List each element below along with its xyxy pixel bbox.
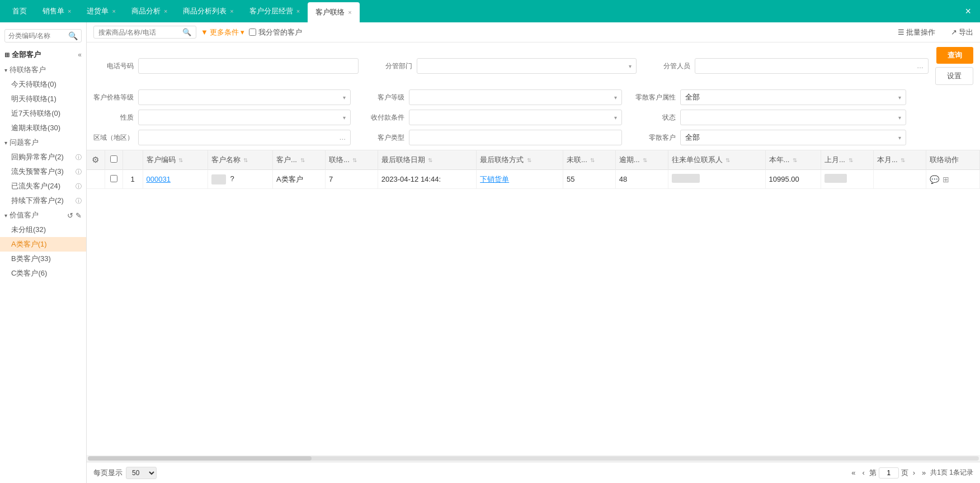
col-settings[interactable]: ⚙ bbox=[87, 150, 105, 170]
nav-tab-analysis[interactable]: 商品分析 × bbox=[124, 0, 175, 22]
close-contact-tab[interactable]: × bbox=[348, 9, 351, 16]
scrollbar-thumb[interactable] bbox=[88, 456, 312, 461]
manager-input[interactable]: … bbox=[695, 58, 929, 74]
last-month-sort-icon[interactable]: ⇅ bbox=[849, 157, 853, 163]
unit-contact-sort-icon[interactable]: ⇅ bbox=[725, 157, 730, 163]
nav-tab-sales[interactable]: 销售单 × bbox=[35, 0, 79, 22]
nav-tab-customer-contact[interactable]: 客户联络 × bbox=[308, 2, 359, 22]
last-page-btn[interactable]: » bbox=[920, 467, 928, 478]
next-page-btn[interactable]: › bbox=[911, 467, 917, 478]
col-this-year[interactable]: 本年... ⇅ bbox=[765, 150, 821, 170]
page-size-select[interactable]: 50 100 200 bbox=[126, 467, 157, 479]
sidebar-item-b-class[interactable]: B类客户(33) bbox=[0, 252, 86, 266]
phone-input[interactable] bbox=[138, 58, 359, 74]
close-analysis-list-tab[interactable]: × bbox=[230, 8, 233, 15]
sidebar-search-icon[interactable]: 🔍 bbox=[68, 31, 78, 40]
query-button[interactable]: 查询 bbox=[936, 47, 973, 64]
sidebar-item-today[interactable]: 今天待联络(0) bbox=[0, 77, 86, 92]
col-overdue[interactable]: 逾期... ⇅ bbox=[615, 150, 668, 170]
last-way-sort-icon[interactable]: ⇅ bbox=[527, 157, 531, 163]
status-select[interactable]: ▾ bbox=[680, 110, 906, 125]
retail-customer-select[interactable]: 全部▾ bbox=[680, 130, 906, 145]
my-customers-check-input[interactable] bbox=[249, 29, 256, 36]
filter-search-icon[interactable]: 🔍 bbox=[182, 28, 191, 36]
contact-sort-icon[interactable]: ⇅ bbox=[352, 157, 357, 163]
my-customers-checkbox[interactable]: 我分管的客户 bbox=[249, 27, 302, 37]
payment-select[interactable]: ▾ bbox=[409, 110, 621, 125]
col-last-month[interactable]: 上月... ⇅ bbox=[821, 150, 874, 170]
row-last-way[interactable]: 下销货单 bbox=[477, 170, 563, 189]
sidebar-section-value[interactable]: ▾ 价值客户 ↺ ✎ bbox=[0, 208, 86, 222]
nav-tab-home[interactable]: 首页 bbox=[4, 0, 35, 22]
batch-ops-btn[interactable]: ☰ 批量操作 bbox=[898, 27, 935, 37]
sidebar-item-lost-warning[interactable]: 流失预警客户(3) ⓘ bbox=[0, 164, 86, 179]
col-last-date[interactable]: 最后联络日期 ⇅ bbox=[378, 150, 476, 170]
this-year-sort-icon[interactable]: ⇅ bbox=[793, 157, 797, 163]
last-date-sort-icon[interactable]: ⇅ bbox=[428, 157, 432, 163]
col-this-month[interactable]: 本月... ⇅ bbox=[873, 150, 926, 170]
name-sort-icon[interactable]: ⇅ bbox=[243, 157, 248, 163]
nav-tab-customer-segment[interactable]: 客户分层经营 × bbox=[242, 0, 308, 22]
sidebar-item-ungrouped[interactable]: 未分组(32) bbox=[0, 222, 86, 237]
col-checkbox[interactable] bbox=[105, 150, 123, 170]
filter-more-btn[interactable]: ▼ 更多条件 ▾ bbox=[201, 27, 244, 37]
customer-type-input[interactable] bbox=[409, 130, 621, 145]
uncontacted-sort-icon[interactable]: ⇅ bbox=[590, 157, 595, 163]
table-gear-icon[interactable]: ⚙ bbox=[92, 155, 99, 164]
nature-select[interactable]: ▾ bbox=[138, 110, 351, 125]
app-close-btn[interactable]: × bbox=[960, 6, 976, 17]
sidebar-item-tomorrow[interactable]: 明天待联络(1) bbox=[0, 92, 86, 106]
sidebar-item-declining[interactable]: 持续下滑客户(2) ⓘ bbox=[0, 193, 86, 208]
refresh-icon[interactable]: ↺ bbox=[67, 211, 73, 220]
this-month-sort-icon[interactable]: ⇅ bbox=[901, 157, 905, 163]
col-last-way[interactable]: 最后联络方式 ⇅ bbox=[477, 150, 563, 170]
scrollbar-track[interactable] bbox=[88, 456, 979, 461]
col-level[interactable]: 客户... ⇅ bbox=[273, 150, 326, 170]
sidebar-collapse-btn[interactable]: « bbox=[78, 51, 82, 59]
col-name[interactable]: 客户名称 ⇅ bbox=[208, 150, 272, 170]
edit-icon[interactable]: ✎ bbox=[76, 211, 82, 220]
col-contact-count[interactable]: 联络... ⇅ bbox=[325, 150, 378, 170]
horizontal-scrollbar[interactable] bbox=[87, 455, 980, 462]
dept-select[interactable]: ▾ bbox=[417, 58, 637, 74]
sidebar-item-a-class[interactable]: A类客户(1) bbox=[0, 237, 86, 252]
row-check-input[interactable] bbox=[110, 175, 117, 182]
prev-page-btn[interactable]: ‹ bbox=[860, 467, 866, 478]
col-uncontacted[interactable]: 未联... ⇅ bbox=[563, 150, 615, 170]
sidebar-search-input[interactable] bbox=[8, 32, 68, 40]
sidebar-item-c-class[interactable]: C类客户(6) bbox=[0, 266, 86, 281]
sidebar-section-problem[interactable]: ▾ 问题客户 bbox=[0, 135, 86, 150]
col-unit-contact[interactable]: 往来单位联系人 ⇅ bbox=[668, 150, 765, 170]
close-segment-tab[interactable]: × bbox=[296, 8, 300, 15]
sidebar-item-overdue[interactable]: 逾期未联络(30) bbox=[0, 121, 86, 135]
customer-level-select[interactable]: ▾ bbox=[409, 89, 621, 105]
col-code[interactable]: 客户编码 ⇅ bbox=[143, 150, 208, 170]
nav-tab-analysis-list[interactable]: 商品分析列表 × bbox=[175, 0, 241, 22]
retail-attr-select[interactable]: 全部▾ bbox=[680, 89, 906, 105]
sidebar-item-repurchase-abnormal[interactable]: 回购异常客户(2) ⓘ bbox=[0, 150, 86, 164]
row-checkbox[interactable] bbox=[105, 170, 123, 189]
filter-search-input[interactable] bbox=[98, 29, 182, 36]
select-all-checkbox[interactable] bbox=[110, 155, 117, 163]
close-sales-tab[interactable]: × bbox=[68, 8, 71, 15]
overdue-sort-icon[interactable]: ⇅ bbox=[643, 157, 647, 163]
sidebar-item-7days[interactable]: 近7天待联络(0) bbox=[0, 106, 86, 121]
page-number-input[interactable] bbox=[879, 467, 899, 479]
level-sort-icon[interactable]: ⇅ bbox=[300, 157, 305, 163]
nav-tab-purchase[interactable]: 进货单 × bbox=[79, 0, 123, 22]
price-level-select[interactable]: ▾ bbox=[138, 89, 351, 105]
sidebar-search-box[interactable]: 🔍 bbox=[4, 29, 82, 42]
qr-action-icon[interactable]: ⊞ bbox=[943, 175, 949, 184]
code-sort-icon[interactable]: ⇅ bbox=[178, 157, 183, 163]
first-page-btn[interactable]: « bbox=[849, 467, 858, 478]
row-code[interactable]: 000031 bbox=[143, 170, 208, 189]
chat-action-icon[interactable]: 💬 bbox=[930, 175, 939, 184]
region-input[interactable]: … bbox=[138, 130, 351, 145]
sidebar-section-pending[interactable]: ▾ 待联络客户 bbox=[0, 63, 86, 77]
close-analysis-tab[interactable]: × bbox=[164, 8, 167, 15]
filter-search-box[interactable]: 🔍 bbox=[93, 26, 196, 39]
close-purchase-tab[interactable]: × bbox=[112, 8, 115, 15]
export-btn[interactable]: ↗ 导出 bbox=[951, 27, 973, 37]
settings-button[interactable]: 设置 bbox=[935, 67, 973, 85]
sidebar-item-lost[interactable]: 已流失客户(24) ⓘ bbox=[0, 179, 86, 193]
